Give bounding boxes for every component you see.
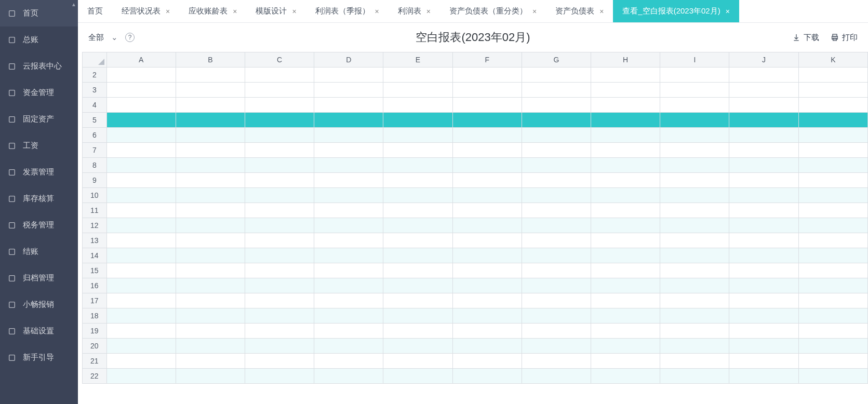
cell-E8[interactable]: [383, 158, 452, 173]
cell-D22[interactable]: [314, 369, 383, 384]
cell-E12[interactable]: [383, 218, 452, 233]
cell-A10[interactable]: [106, 188, 176, 203]
cell-A16[interactable]: [106, 278, 176, 293]
cell-H21[interactable]: [591, 354, 660, 369]
cell-C7[interactable]: [245, 143, 314, 158]
cell-A22[interactable]: [106, 369, 176, 384]
select-all-corner[interactable]: [83, 52, 107, 68]
cell-I11[interactable]: [660, 203, 729, 218]
tab-2[interactable]: 应收账龄表×: [179, 0, 246, 22]
cell-K21[interactable]: [798, 354, 867, 369]
cell-E14[interactable]: [383, 248, 452, 263]
tab-7[interactable]: 资产负债表×: [546, 0, 613, 22]
cell-D18[interactable]: [314, 308, 383, 324]
cell-E17[interactable]: [383, 293, 452, 308]
cell-F8[interactable]: [452, 158, 522, 173]
sidebar-item-13[interactable]: 新手引导: [0, 344, 78, 371]
close-icon[interactable]: ×: [532, 7, 537, 16]
cell-B15[interactable]: [176, 263, 245, 278]
cell-C2[interactable]: [245, 68, 314, 83]
cell-E16[interactable]: [383, 278, 452, 293]
row-header-15[interactable]: 15: [83, 263, 107, 278]
cell-H3[interactable]: [591, 83, 660, 98]
row-header-2[interactable]: 2: [83, 68, 107, 83]
cell-J19[interactable]: [729, 324, 798, 339]
sidebar-item-2[interactable]: 云报表中心: [0, 53, 78, 79]
cell-F7[interactable]: [452, 143, 522, 158]
cell-F3[interactable]: [452, 83, 522, 98]
row-header-13[interactable]: 13: [83, 233, 107, 248]
cell-A3[interactable]: [106, 83, 176, 98]
cell-F20[interactable]: [452, 339, 522, 354]
cell-G14[interactable]: [522, 248, 591, 263]
tab-5[interactable]: 利润表×: [389, 0, 440, 22]
cell-G16[interactable]: [522, 278, 591, 293]
cell-I4[interactable]: [660, 98, 729, 113]
cell-H12[interactable]: [591, 218, 660, 233]
tab-6[interactable]: 资产负债表（重分类）×: [440, 0, 546, 22]
cell-C22[interactable]: [245, 369, 314, 384]
cell-I22[interactable]: [660, 369, 729, 384]
cell-H11[interactable]: [591, 203, 660, 218]
cell-J11[interactable]: [729, 203, 798, 218]
cell-K15[interactable]: [798, 263, 867, 278]
cell-B13[interactable]: [176, 233, 245, 248]
cell-H18[interactable]: [591, 308, 660, 324]
cell-C8[interactable]: [245, 158, 314, 173]
cell-J16[interactable]: [729, 278, 798, 293]
cell-G22[interactable]: [522, 369, 591, 384]
column-header-J[interactable]: J: [729, 52, 798, 68]
cell-I5[interactable]: [660, 113, 729, 128]
cell-K17[interactable]: [798, 293, 867, 308]
cell-D17[interactable]: [314, 293, 383, 308]
sidebar-item-6[interactable]: 发票管理: [0, 159, 78, 185]
cell-H8[interactable]: [591, 158, 660, 173]
tab-1[interactable]: 经营状况表×: [112, 0, 179, 22]
cell-I21[interactable]: [660, 354, 729, 369]
cell-F17[interactable]: [452, 293, 522, 308]
row-header-5[interactable]: 5: [83, 113, 107, 128]
cell-B17[interactable]: [176, 293, 245, 308]
cell-A12[interactable]: [106, 218, 176, 233]
cell-K6[interactable]: [798, 128, 867, 143]
close-icon[interactable]: ×: [166, 7, 170, 16]
cell-B20[interactable]: [176, 339, 245, 354]
cell-C5[interactable]: [245, 113, 314, 128]
cell-E10[interactable]: [383, 188, 452, 203]
cell-I6[interactable]: [660, 128, 729, 143]
cell-A7[interactable]: [106, 143, 176, 158]
cell-I3[interactable]: [660, 83, 729, 98]
cell-E9[interactable]: [383, 173, 452, 188]
cell-D16[interactable]: [314, 278, 383, 293]
cell-E6[interactable]: [383, 128, 452, 143]
cell-C11[interactable]: [245, 203, 314, 218]
cell-D6[interactable]: [314, 128, 383, 143]
sidebar-item-5[interactable]: 工资: [0, 132, 78, 159]
cell-H10[interactable]: [591, 188, 660, 203]
cell-A19[interactable]: [106, 324, 176, 339]
cell-E3[interactable]: [383, 83, 452, 98]
cell-K14[interactable]: [798, 248, 867, 263]
cell-F15[interactable]: [452, 263, 522, 278]
cell-E15[interactable]: [383, 263, 452, 278]
cell-K13[interactable]: [798, 233, 867, 248]
cell-I18[interactable]: [660, 308, 729, 324]
column-header-K[interactable]: K: [798, 52, 867, 68]
sidebar-item-3[interactable]: 资金管理: [0, 79, 78, 106]
cell-K20[interactable]: [798, 339, 867, 354]
sidebar-item-8[interactable]: 税务管理: [0, 212, 78, 238]
cell-J5[interactable]: [729, 113, 798, 128]
cell-K3[interactable]: [798, 83, 867, 98]
print-button[interactable]: 打印: [831, 33, 858, 43]
cell-C17[interactable]: [245, 293, 314, 308]
close-icon[interactable]: ×: [599, 7, 604, 16]
row-header-7[interactable]: 7: [83, 143, 107, 158]
cell-H14[interactable]: [591, 248, 660, 263]
column-header-E[interactable]: E: [383, 52, 452, 68]
cell-D20[interactable]: [314, 339, 383, 354]
cell-A11[interactable]: [106, 203, 176, 218]
cell-C4[interactable]: [245, 98, 314, 113]
row-header-14[interactable]: 14: [83, 248, 107, 263]
cell-F6[interactable]: [452, 128, 522, 143]
cell-A8[interactable]: [106, 158, 176, 173]
